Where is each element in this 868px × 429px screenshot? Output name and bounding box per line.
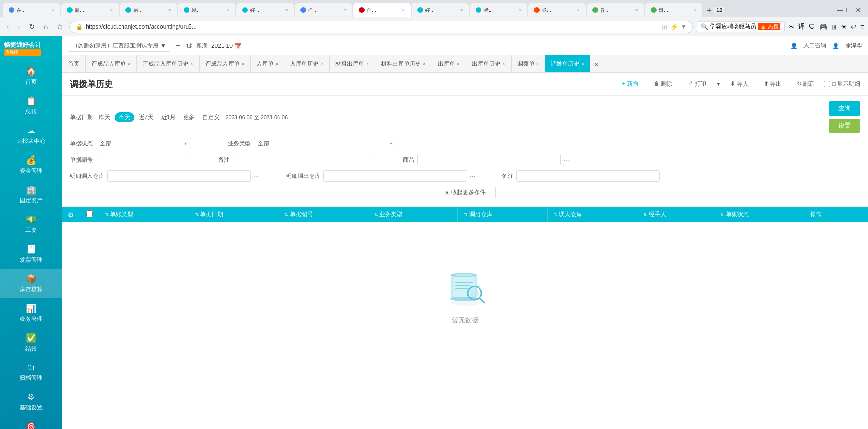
browser-tab-6[interactable]: 个... ×	[295, 3, 352, 17]
export-button[interactable]: ⬆ 导出	[758, 77, 787, 90]
nav-forward[interactable]: ›	[15, 22, 22, 32]
window-minimize[interactable]: ─	[837, 6, 843, 14]
detail-remark-input[interactable]	[516, 170, 660, 182]
settings-button[interactable]: 设置	[829, 119, 860, 133]
page-tab-material-out-history[interactable]: 材料出库单历史 ×	[375, 55, 432, 73]
page-tab-out[interactable]: 出库单 ×	[432, 55, 466, 73]
th-doc-date[interactable]: ⇅ 单据日期	[189, 207, 278, 222]
scissors-icon[interactable]: ✂	[789, 23, 794, 31]
status-select[interactable]: 全部 待审核 已审核 已作废	[96, 138, 191, 149]
close-icon[interactable]: ×	[457, 61, 460, 66]
new-button[interactable]: + 新增	[616, 77, 644, 90]
tab-count[interactable]: 12	[714, 7, 724, 13]
nav-refresh[interactable]: ↻	[26, 21, 37, 32]
user-label[interactable]: 徐泽华	[845, 42, 862, 50]
browser-tab-12[interactable]: 目... ×	[645, 3, 702, 17]
sidebar-item-ledger[interactable]: 📋 总账	[0, 91, 62, 121]
page-tab-stock-in[interactable]: 产成品入库单 ×	[86, 55, 137, 73]
nav-home[interactable]: ⌂	[41, 22, 51, 32]
print-dropdown-icon[interactable]: ▼	[716, 81, 721, 87]
close-icon[interactable]: ×	[581, 61, 584, 66]
sidebar-item-guide[interactable]: 🎯 新手引导	[0, 417, 62, 429]
period-selector[interactable]: 2021-10 📅	[211, 43, 242, 49]
browser-tab-4[interactable]: 易... ×	[178, 3, 235, 17]
page-tab-transfer[interactable]: 调拨单 ×	[512, 55, 545, 73]
browser-tab-11[interactable]: 各... ×	[587, 3, 644, 17]
show-cols-checkbox-label[interactable]: □ 显示明细	[824, 80, 860, 88]
show-cols-checkbox[interactable]	[824, 81, 830, 87]
th-doc-type[interactable]: ⇅ 单账类型	[99, 207, 189, 222]
collapse-button[interactable]: ∧ 收起更多条件	[435, 187, 496, 198]
sidebar-item-archive[interactable]: 🗂 归档管理	[0, 358, 62, 387]
address-box[interactable]: 🔒 https://cloud.chanjet.com/accounting/u…	[69, 21, 692, 33]
settings-gear-icon[interactable]: ⚙	[186, 41, 192, 50]
th-doc-num[interactable]: ⇅ 单据编号	[278, 207, 368, 222]
address-chevron-icon[interactable]: ▼	[681, 23, 687, 30]
th-in-warehouse[interactable]: ⇅ 调入仓库	[547, 207, 637, 222]
page-tab-transfer-history[interactable]: 调拨单历史 ×	[545, 55, 590, 73]
date-btn-custom[interactable]: 自定义	[200, 112, 223, 122]
browser-search-box[interactable]: 🔍 学霸应聘场驱鸟员 🔥 热搜	[697, 21, 785, 32]
th-settings[interactable]: ⚙	[62, 207, 80, 222]
page-tab-warehouse-in[interactable]: 入库单 ×	[251, 55, 285, 73]
goods-input[interactable]	[417, 154, 561, 165]
browser-tab-5[interactable]: 好... ×	[236, 3, 294, 17]
close-icon[interactable]: ×	[502, 61, 505, 66]
page-tab-home[interactable]: 首页	[62, 55, 86, 73]
browser-tab-2[interactable]: 新... ×	[61, 3, 119, 17]
sidebar-item-closing[interactable]: ✅ 结账	[0, 328, 62, 358]
sidebar-item-reports[interactable]: ☁ 云报表中心	[0, 121, 62, 150]
sidebar-item-assets[interactable]: 🏢 固定资产	[0, 180, 62, 209]
browser-tab-9[interactable]: 腾... ×	[470, 3, 527, 17]
browser-tab-1[interactable]: 在... ×	[3, 3, 60, 17]
th-handler[interactable]: ⇅ 经手人	[637, 207, 714, 222]
close-icon[interactable]: ×	[242, 61, 245, 66]
th-business-type[interactable]: ⇅ 业务类型	[368, 207, 458, 222]
window-close[interactable]: ✕	[855, 6, 861, 15]
page-tab-out-history[interactable]: 出库单历史 ×	[466, 55, 512, 73]
detail-in-more-icon[interactable]: ···	[254, 172, 259, 180]
close-icon[interactable]: ×	[321, 61, 323, 66]
delete-button[interactable]: 🗑 删除	[648, 77, 678, 90]
page-tab-stock-in-history[interactable]: 产成品入库单历史 ×	[137, 55, 200, 73]
import-button[interactable]: ⬇ 导入	[724, 77, 754, 90]
service-label[interactable]: 人工咨询	[803, 42, 826, 50]
th-doc-status[interactable]: ⇅ 单账状态	[714, 207, 804, 222]
company-selector[interactable]: （勿删勿禁用）江西服宝测试专用 ▼	[68, 40, 170, 52]
close-icon[interactable]: ×	[366, 61, 369, 66]
nav-back[interactable]: ‹	[4, 22, 11, 32]
date-btn-yesterday[interactable]: 昨天	[96, 112, 113, 122]
print-button[interactable]: 🖨 打印	[682, 77, 712, 90]
shield-icon[interactable]: 🛡	[809, 23, 815, 31]
browser-tab-3[interactable]: 易... ×	[120, 3, 177, 17]
sidebar-item-funds[interactable]: 💰 资金管理	[0, 150, 62, 180]
close-icon[interactable]: ×	[128, 61, 131, 66]
translate-icon[interactable]: 译	[798, 22, 805, 31]
table-gear-icon[interactable]: ⚙	[68, 211, 74, 219]
detail-in-input[interactable]	[107, 170, 251, 182]
th-checkbox[interactable]	[80, 207, 99, 222]
date-btn-7days[interactable]: 近7天	[136, 112, 156, 122]
browser-tab-8[interactable]: 好... ×	[412, 3, 469, 17]
sidebar-item-settings[interactable]: ⚙ 基础设置	[0, 387, 62, 417]
refresh-button[interactable]: ↻ 刷新	[791, 77, 820, 90]
sidebar-item-inventory[interactable]: 📦 库存核算	[0, 269, 62, 298]
date-btn-today[interactable]: 今天	[115, 112, 134, 122]
game-icon[interactable]: 🎮	[819, 23, 827, 31]
business-select[interactable]: 全部	[254, 138, 397, 149]
docnum-input[interactable]	[96, 154, 191, 165]
goods-more-icon[interactable]: ···	[564, 156, 569, 164]
add-company-icon[interactable]: ＋	[174, 41, 182, 51]
close-icon[interactable]: ×	[285, 7, 288, 13]
nav-bookmark[interactable]: ☆	[54, 21, 66, 32]
page-tab-stock-in-2[interactable]: 产成品入库单 ×	[200, 55, 251, 73]
sidebar-item-salary[interactable]: 💵 工资	[0, 209, 62, 239]
detail-out-more-icon[interactable]: ···	[470, 172, 476, 180]
detail-out-input[interactable]	[323, 170, 467, 182]
menu-icon[interactable]: ≡	[860, 23, 864, 31]
select-all-checkbox[interactable]	[86, 210, 93, 217]
window-maximize[interactable]: □	[846, 6, 851, 14]
sidebar-item-home[interactable]: 🏠 首页	[0, 61, 62, 91]
close-icon[interactable]: ×	[276, 61, 278, 66]
close-icon[interactable]: ×	[536, 61, 539, 66]
